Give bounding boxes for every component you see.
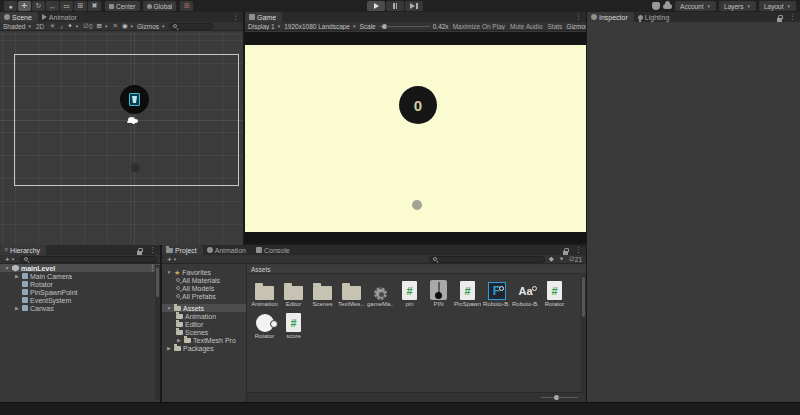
- favorites-row[interactable]: ▼ ★ Favorites: [162, 268, 246, 276]
- folder-row[interactable]: Animation: [162, 312, 246, 320]
- scene-menu-icon[interactable]: ⋮: [228, 12, 243, 22]
- camera-settings-dropdown[interactable]: ◉ ▼: [122, 22, 134, 30]
- hierarchy-search-input[interactable]: [30, 256, 153, 262]
- display-dropdown[interactable]: Display 1 ▼: [248, 23, 281, 30]
- scene-search-input[interactable]: [179, 23, 209, 29]
- asset-item[interactable]: Roboto-B...: [483, 278, 510, 307]
- view-tool-button[interactable]: ●: [4, 1, 17, 11]
- expander-icon[interactable]: ▶: [14, 273, 20, 279]
- scene-search[interactable]: [169, 23, 213, 30]
- stats-toggle[interactable]: Stats: [547, 23, 564, 30]
- cloud-icon[interactable]: [663, 4, 672, 9]
- hierarchy-row[interactable]: ▶ Main Camera: [0, 272, 160, 280]
- game-gizmos-dropdown[interactable]: Gizmos ▼: [566, 23, 586, 30]
- search-by-type-icon[interactable]: ◆: [548, 255, 555, 263]
- draw-mode-dropdown[interactable]: Shaded ▼: [3, 23, 32, 30]
- tab-inspector[interactable]: Inspector: [587, 12, 634, 22]
- rotate-tool-button[interactable]: ↻: [32, 1, 45, 11]
- project-menu-icon[interactable]: ⋮: [571, 245, 586, 255]
- expander-icon[interactable]: ▼: [4, 265, 10, 271]
- spawner-object[interactable]: [120, 85, 149, 114]
- folder-row[interactable]: ▶ TextMesh Pro: [162, 336, 246, 344]
- hierarchy-row-scene[interactable]: ▼ mainLevel ⋮: [0, 264, 160, 272]
- grid-visibility-dropdown[interactable]: ⊞ ▼: [97, 22, 109, 30]
- folder-row[interactable]: Scenes: [162, 328, 246, 336]
- assets-breadcrumb[interactable]: Assets: [247, 265, 586, 274]
- hierarchy-menu-icon[interactable]: ⋮: [145, 245, 160, 255]
- asset-item[interactable]: Scenes: [309, 278, 336, 307]
- scene-audio-toggle[interactable]: ♪: [59, 23, 64, 30]
- asset-item[interactable]: Rotator: [541, 278, 568, 307]
- rect-tool-button[interactable]: ▭: [60, 1, 73, 11]
- move-tool-button[interactable]: ✛: [18, 1, 31, 11]
- asset-item[interactable]: Editor: [280, 278, 307, 307]
- 2d-toggle-button[interactable]: 2D: [35, 23, 45, 30]
- layers-dropdown[interactable]: Layers ▼: [719, 1, 756, 11]
- hierarchy-row[interactable]: Rotator: [0, 280, 160, 288]
- pause-button[interactable]: [386, 1, 404, 11]
- scale-tool-button[interactable]: ↔: [46, 1, 59, 11]
- game-menu-icon[interactable]: ⋮: [571, 12, 586, 22]
- tab-lighting[interactable]: Lighting: [634, 12, 676, 22]
- project-search-input[interactable]: [439, 256, 541, 262]
- create-asset-button[interactable]: +▼: [165, 255, 179, 264]
- game-viewport[interactable]: 0: [245, 32, 586, 243]
- create-object-button[interactable]: +▼: [3, 255, 17, 264]
- asset-item[interactable]: pin: [396, 278, 423, 307]
- search-by-label-icon[interactable]: ✦: [558, 255, 565, 263]
- scene-lighting-toggle[interactable]: ☀: [48, 22, 56, 30]
- tab-project[interactable]: Project: [162, 245, 203, 255]
- tab-console[interactable]: Console: [252, 245, 296, 255]
- expander-icon[interactable]: ▼: [166, 269, 172, 275]
- hierarchy-row[interactable]: PinSpawnPoint: [0, 288, 160, 296]
- services-icon[interactable]: [652, 2, 660, 10]
- custom-tool-button[interactable]: ✖: [88, 1, 101, 11]
- tab-scene[interactable]: Scene: [0, 12, 38, 22]
- tab-game[interactable]: Game: [245, 12, 282, 22]
- ball-object[interactable]: [131, 163, 140, 172]
- mute-audio-toggle[interactable]: Mute Audio: [509, 23, 544, 30]
- asset-item[interactable]: Rotator: [251, 310, 278, 339]
- game-screen[interactable]: 0: [245, 45, 586, 232]
- maximize-on-play-toggle[interactable]: Maximize On Play: [452, 23, 506, 30]
- assets-root-row[interactable]: ▼ Assets: [162, 304, 246, 312]
- tab-hierarchy[interactable]: ≡ Hierarchy: [0, 245, 46, 255]
- asset-item[interactable]: PinSpawn...: [454, 278, 481, 307]
- grid-snapping-button[interactable]: ⊞: [180, 1, 193, 11]
- effects-dropdown[interactable]: ✦ ▼: [67, 22, 79, 30]
- favorite-item[interactable]: All Prefabs: [162, 292, 246, 300]
- step-button[interactable]: [405, 1, 423, 11]
- tab-animator[interactable]: Animator: [38, 12, 83, 22]
- lock-icon[interactable]: [563, 251, 568, 255]
- scene-gizmos-dropdown[interactable]: Gizmos ▼: [137, 23, 166, 30]
- scale-slider[interactable]: [379, 24, 430, 29]
- hierarchy-row[interactable]: ▶ Canvas: [0, 304, 160, 312]
- asset-item[interactable]: PIN: [425, 278, 452, 307]
- transform-tool-button[interactable]: ⊞: [74, 1, 87, 11]
- hidden-packages-count[interactable]: ∅21: [568, 255, 583, 263]
- project-search[interactable]: [429, 256, 545, 263]
- assets-scrollbar[interactable]: [581, 275, 586, 392]
- expander-icon[interactable]: ▼: [166, 305, 172, 311]
- lock-icon[interactable]: [777, 18, 782, 22]
- orientation-toggle-button[interactable]: Global: [143, 1, 177, 11]
- lock-icon[interactable]: [137, 251, 142, 255]
- expander-icon[interactable]: ▶: [176, 337, 182, 343]
- resolution-dropdown[interactable]: 1920x1080 Landscape ▼: [284, 23, 356, 30]
- favorite-item[interactable]: All Materials: [162, 276, 246, 284]
- hierarchy-search[interactable]: [20, 256, 157, 263]
- favorite-item[interactable]: All Models: [162, 284, 246, 292]
- asset-item[interactable]: score: [280, 310, 307, 339]
- asset-item[interactable]: Animation: [251, 278, 278, 307]
- account-dropdown[interactable]: Account ▼: [675, 1, 716, 11]
- hidden-objects-button[interactable]: ∅0: [82, 22, 93, 30]
- layout-dropdown[interactable]: Layout ▼: [759, 1, 796, 11]
- play-button[interactable]: [367, 1, 385, 11]
- isolation-button[interactable]: ✕: [111, 22, 118, 30]
- hierarchy-row[interactable]: EventSystem: [0, 296, 160, 304]
- pivot-toggle-button[interactable]: Center: [105, 1, 140, 11]
- asset-item[interactable]: gameMa...: [367, 278, 394, 307]
- packages-row[interactable]: ▶ Packages: [162, 344, 246, 352]
- asset-item[interactable]: Roboto-B...: [512, 278, 539, 307]
- scene-viewport[interactable]: [0, 32, 243, 245]
